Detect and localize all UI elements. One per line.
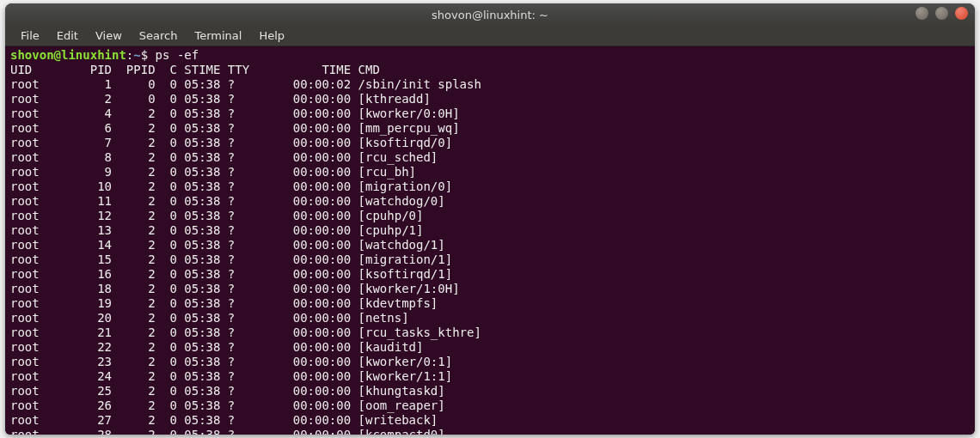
menu-terminal[interactable]: Terminal [187,27,248,44]
ps-row: root 28 2 0 05:38 ? 00:00:00 [kcompactd0… [10,428,970,435]
ps-row: root 21 2 0 05:38 ? 00:00:00 [rcu_tasks_… [10,325,970,340]
prompt-line: shovon@linuxhint:~$ ps -ef [10,48,970,63]
ps-row: root 24 2 0 05:38 ? 00:00:00 [kworker/1:… [10,369,970,384]
menu-search[interactable]: Search [132,27,185,44]
ps-row: root 19 2 0 05:38 ? 00:00:00 [kdevtmpfs] [10,296,970,311]
ps-header: UID PID PPID C STIME TTY TIME CMD [10,63,970,77]
menu-edit[interactable]: Edit [50,27,85,44]
terminal-area[interactable]: shovon@linuxhint:~$ ps -efUID PID PPID C… [5,46,975,435]
ps-row: root 16 2 0 05:38 ? 00:00:00 [ksoftirqd/… [10,267,970,282]
terminal-window: shovon@linuxhint: ~ File Edit View Searc… [5,3,975,435]
ps-row: root 6 2 0 05:38 ? 00:00:00 [mm_percpu_w… [10,121,970,136]
ps-row: root 11 2 0 05:38 ? 00:00:00 [watchdog/0… [10,194,970,209]
prompt-dollar: $ [141,48,156,62]
window-title: shovon@linuxhint: ~ [432,9,548,21]
ps-row: root 26 2 0 05:38 ? 00:00:00 [oom_reaper… [10,398,970,413]
minimize-button[interactable] [916,7,928,20]
prompt-command: ps -ef [156,48,199,62]
ps-row: root 12 2 0 05:38 ? 00:00:00 [cpuhp/0] [10,209,970,223]
close-button[interactable] [955,7,968,20]
titlebar: shovon@linuxhint: ~ [5,3,975,26]
ps-row: root 1 0 0 05:38 ? 00:00:02 /sbin/init s… [10,77,970,92]
prompt-path: ~ [133,48,140,62]
prompt-userhost: shovon@linuxhint [10,48,126,62]
ps-row: root 25 2 0 05:38 ? 00:00:00 [khungtaskd… [10,384,970,398]
ps-row: root 8 2 0 05:38 ? 00:00:00 [rcu_sched] [10,150,970,165]
ps-row: root 7 2 0 05:38 ? 00:00:00 [ksoftirqd/0… [10,136,970,150]
ps-row: root 18 2 0 05:38 ? 00:00:00 [kworker/1:… [10,282,970,296]
menubar: File Edit View Search Terminal Help [5,26,975,46]
ps-row: root 27 2 0 05:38 ? 00:00:00 [writeback] [10,413,970,428]
ps-row: root 9 2 0 05:38 ? 00:00:00 [rcu_bh] [10,165,970,179]
ps-row: root 23 2 0 05:38 ? 00:00:00 [kworker/0:… [10,355,970,369]
ps-row: root 22 2 0 05:38 ? 00:00:00 [kauditd] [10,340,970,355]
ps-row: root 15 2 0 05:38 ? 00:00:00 [migration/… [10,252,970,267]
ps-row: root 20 2 0 05:38 ? 00:00:00 [netns] [10,311,970,325]
ps-row: root 2 0 0 05:38 ? 00:00:00 [kthreadd] [10,92,970,106]
ps-row: root 13 2 0 05:38 ? 00:00:00 [cpuhp/1] [10,223,970,238]
menu-file[interactable]: File [14,27,46,44]
window-controls [916,7,968,20]
ps-row: root 4 2 0 05:38 ? 00:00:00 [kworker/0:0… [10,106,970,121]
ps-row: root 10 2 0 05:38 ? 00:00:00 [migration/… [10,179,970,194]
ps-row: root 14 2 0 05:38 ? 00:00:00 [watchdog/1… [10,238,970,252]
menu-help[interactable]: Help [252,27,291,44]
maximize-button[interactable] [935,7,948,20]
menu-view[interactable]: View [89,27,129,44]
